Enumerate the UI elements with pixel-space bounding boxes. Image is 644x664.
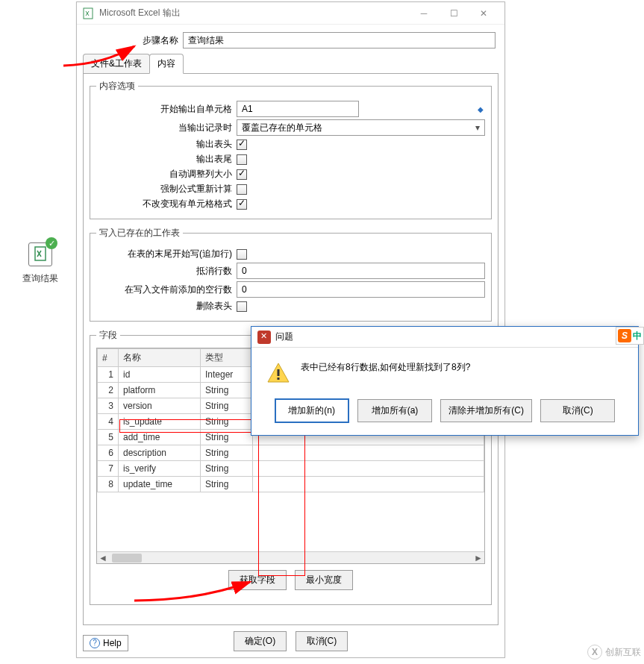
row-type[interactable]: Integer [201, 367, 253, 383]
excel-step-icon: ✓ [28, 242, 52, 266]
cancel-button[interactable]: 取消(C) [296, 631, 348, 651]
svg-rect-2 [278, 369, 280, 376]
row-name[interactable]: version [119, 398, 201, 414]
minimize-button[interactable]: ─ [409, 3, 439, 24]
blank-rows-input[interactable] [237, 281, 485, 298]
table-row[interactable]: 8update_timeString [98, 477, 484, 492]
diamond-icon[interactable]: ◆ [478, 105, 484, 113]
row-name[interactable]: add_time [119, 430, 201, 445]
check-badge-icon: ✓ [46, 237, 57, 249]
output-footer-label: 输出表尾 [96, 153, 237, 166]
watermark: X 创新互联 [587, 645, 641, 660]
warning-icon [266, 361, 290, 385]
no-change-fmt-label: 不改变现有单元格格式 [96, 198, 237, 210]
delete-header-checkbox[interactable] [237, 301, 247, 312]
horizontal-scrollbar[interactable]: ◄ ► [97, 551, 484, 563]
output-header-label: 输出表头 [96, 138, 237, 151]
help-button[interactable]: ? Help [83, 635, 128, 651]
offset-label: 抵消行数 [96, 265, 237, 278]
watermark-logo-icon: X [587, 645, 602, 660]
sogou-icon: S [618, 329, 631, 342]
row-type[interactable]: String [201, 414, 253, 430]
row-num: 6 [98, 445, 119, 461]
row-num: 8 [98, 477, 119, 492]
when-output-select[interactable]: 覆盖已存在的单元格 [237, 119, 485, 136]
col-name[interactable]: 名称 [119, 349, 201, 367]
msgbox-title: 问题 [275, 331, 610, 343]
row-type[interactable]: String [201, 445, 253, 461]
existing-sheet-legend: 写入已存在的工作表 [96, 227, 183, 239]
window-title: Microsoft Excel 输出 [99, 7, 409, 19]
msgbox-text: 表中已经有8行数据,如何处理新找到了8列? [301, 361, 470, 385]
close-button[interactable]: ✕ [469, 3, 498, 24]
ime-mode: 中 [633, 330, 642, 342]
table-row[interactable]: 7is_verifyString [98, 461, 484, 477]
step-name-input[interactable] [183, 32, 495, 48]
auto-col-label: 自动调整列大小 [96, 168, 237, 181]
svg-rect-3 [278, 378, 280, 380]
delete-header-label: 删除表头 [96, 300, 237, 313]
row-num: 5 [98, 430, 119, 445]
row-num: 7 [98, 461, 119, 477]
offset-input[interactable] [237, 263, 485, 279]
recalc-label: 强制公式重新计算 [96, 183, 237, 195]
row-name[interactable]: id [119, 367, 201, 383]
add-new-button[interactable]: 增加新的(n) [275, 398, 349, 423]
row-num: 1 [98, 367, 119, 383]
no-change-fmt-checkbox[interactable] [237, 199, 247, 210]
step-name-label: 步骤名称 [86, 34, 183, 47]
append-label: 在表的末尾开始写(追加行) [96, 248, 237, 260]
svg-rect-0 [35, 247, 46, 260]
col-type[interactable]: 类型 [201, 349, 253, 367]
col-num[interactable]: # [98, 349, 119, 367]
error-icon [257, 331, 271, 344]
output-footer-checkbox[interactable] [237, 154, 247, 165]
row-num: 3 [98, 398, 119, 414]
min-width-button[interactable]: 最小宽度 [295, 570, 353, 590]
tab-content[interactable]: 内容 [149, 54, 184, 74]
start-cell-label: 开始输出自单元格 [96, 103, 237, 116]
scroll-left-icon[interactable]: ◄ [97, 553, 109, 563]
row-type[interactable]: String [201, 430, 253, 445]
row-type[interactable]: String [201, 398, 253, 414]
when-output-label: 当输出记录时 [96, 122, 237, 134]
row-num: 4 [98, 414, 119, 430]
start-cell-input[interactable] [237, 101, 359, 117]
recalc-checkbox[interactable] [237, 184, 247, 195]
tab-file-sheet[interactable]: 文件&工作表 [83, 54, 150, 74]
svg-rect-1 [84, 8, 93, 19]
titlebar: Microsoft Excel 输出 ─ ☐ ✕ [77, 2, 504, 25]
content-options-fieldset: 内容选项 开始输出自单元格 ◆ 当输出记录时 覆盖已存在的单元格 输出表头 输出… [90, 80, 492, 219]
append-checkbox[interactable] [237, 249, 247, 260]
existing-sheet-fieldset: 写入已存在的工作表 在表的末尾开始写(追加行) 抵消行数 在写入文件前添加的空行… [90, 227, 492, 322]
row-name[interactable]: update_time [119, 477, 201, 492]
row-name[interactable]: description [119, 445, 201, 461]
auto-col-checkbox[interactable] [237, 169, 247, 180]
get-fields-button[interactable]: 获取字段 [228, 570, 287, 590]
output-header-checkbox[interactable] [237, 140, 247, 150]
msgbox-cancel-button[interactable]: 取消(C) [540, 399, 615, 422]
fields-legend: 字段 [96, 329, 120, 342]
scroll-thumb[interactable] [112, 554, 142, 563]
row-name[interactable]: is_update [119, 414, 201, 430]
question-dialog: 问题 ✕ 表中已经有8行数据,如何处理新找到了8列? 增加新的(n) 增加所有(… [251, 326, 639, 436]
ime-indicator[interactable]: S 中 [616, 327, 644, 345]
content-options-legend: 内容选项 [96, 80, 138, 93]
step-node[interactable]: ✓ 查询结果 [22, 242, 58, 285]
app-icon [83, 7, 95, 19]
row-num: 2 [98, 383, 119, 398]
ok-button[interactable]: 确定(O) [234, 631, 287, 651]
row-type[interactable]: String [201, 477, 253, 492]
clear-add-all-button[interactable]: 清除并增加所有(C) [440, 399, 532, 422]
row-type[interactable]: String [201, 383, 253, 398]
row-name[interactable]: platform [119, 383, 201, 398]
help-icon: ? [90, 638, 100, 648]
maximize-button[interactable]: ☐ [439, 3, 469, 24]
row-name[interactable]: is_verify [119, 461, 201, 477]
scroll-right-icon[interactable]: ► [472, 553, 484, 563]
add-all-button[interactable]: 增加所有(a) [357, 399, 432, 422]
step-node-label: 查询结果 [22, 272, 58, 285]
blank-label: 在写入文件前添加的空行数 [96, 284, 237, 296]
table-row[interactable]: 6descriptionString [98, 445, 484, 461]
row-type[interactable]: String [201, 461, 253, 477]
